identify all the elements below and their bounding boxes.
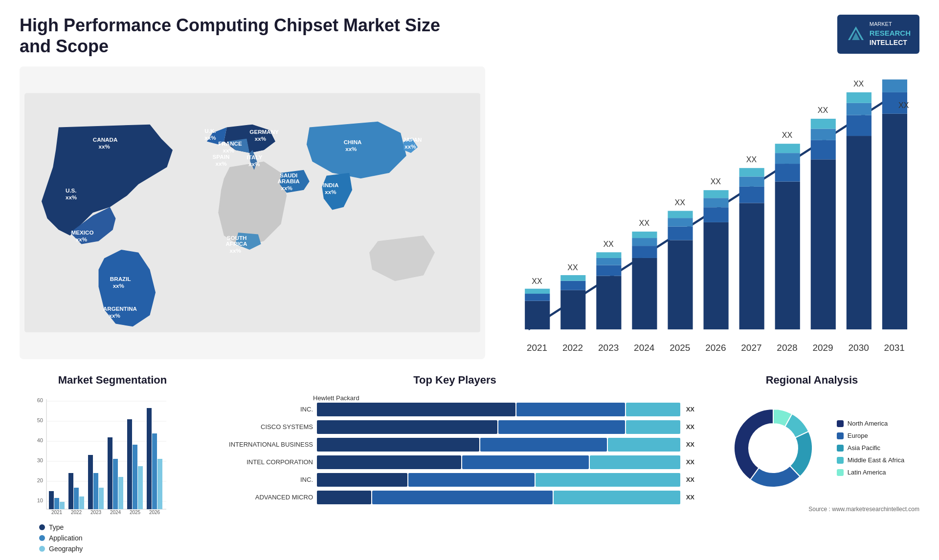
argentina-value: xx% (109, 312, 120, 319)
legend-app-label: Application (49, 534, 83, 542)
player-bar-seg-4-2 (536, 473, 680, 487)
seg-2025-geo (138, 466, 143, 509)
seg-2026-app (152, 433, 157, 509)
player-name-2: INTERNATIONAL BUSINESS (215, 441, 313, 448)
regional-legend: North AmericaEuropeAsia PacificMiddle Ea… (837, 420, 904, 476)
bar-2023-seg1 (597, 276, 622, 330)
germany-value: xx% (255, 136, 267, 142)
seg-2026-type (147, 408, 152, 509)
year-2025: 2025 (670, 343, 691, 353)
year-2026: 2026 (706, 343, 726, 353)
bar-2029-seg1 (811, 160, 836, 330)
player-row-0: INC.XX (215, 403, 694, 416)
player-name-1: CISCO SYSTEMS (215, 423, 313, 431)
seg-2024-app (113, 459, 118, 509)
year-2022: 2022 (562, 343, 583, 353)
player-bar-seg-4-1 (408, 473, 535, 487)
bar-2029-seg2 (811, 140, 836, 159)
segment-title: Market Segmentation (20, 374, 205, 387)
bar-2026-seg1 (704, 222, 729, 329)
player-bar-seg-2-2 (608, 438, 680, 452)
bar-2028-seg3 (775, 153, 800, 164)
year-2027: 2027 (741, 343, 762, 353)
bar-2030-seg1 (847, 136, 872, 329)
regional-legend-label-4: Latin America (848, 469, 886, 476)
seg-2023-geo (99, 488, 104, 509)
seg-2022-geo (79, 496, 84, 509)
uk-value: xx% (204, 134, 216, 141)
bar-2029-seg4 (811, 119, 836, 129)
player-name-3: INTEL CORPORATION (215, 458, 313, 466)
bar-2031-seg3 (882, 80, 907, 92)
regional-legend-label-2: Asia Pacific (848, 444, 880, 452)
bar-2023-seg4 (597, 253, 622, 258)
bar-2027-seg3 (739, 177, 764, 187)
france-label: FRANCE (218, 140, 242, 147)
bar-2028-seg4 (775, 144, 800, 153)
spain-label: SPAIN (213, 153, 230, 160)
regional-legend-item-1: Europe (837, 432, 904, 439)
player-xx-0: XX (686, 406, 694, 413)
seg-x-2021: 2021 (51, 510, 63, 515)
hewlett-label: Hewlett Packard (313, 394, 694, 402)
japan-label: JAPAN (403, 136, 422, 143)
xx-2021: XX (532, 277, 543, 285)
uk-label: U.K. (204, 128, 216, 134)
year-2031: 2031 (884, 343, 905, 353)
bar-2028-seg2 (775, 164, 800, 182)
player-bar-seg-1-1 (498, 420, 625, 434)
xx-2023: XX (604, 239, 614, 248)
legend-type-dot (39, 524, 45, 530)
seg-2021-type (49, 491, 54, 509)
brazil-label: BRAZIL (110, 276, 131, 282)
player-row-1: CISCO SYSTEMSXX (215, 420, 694, 434)
italy-value: xx% (248, 161, 260, 167)
player-xx-3: XX (686, 458, 694, 466)
china-label: CHINA (344, 139, 362, 146)
bar-2024-seg3 (632, 238, 657, 246)
year-2029: 2029 (813, 343, 833, 353)
y-label-20: 20 (37, 477, 43, 483)
player-bar-seg-0-0 (317, 403, 515, 416)
seg-x-2022: 2022 (71, 510, 82, 515)
bar-2025-seg1 (668, 240, 693, 330)
player-row-5: ADVANCED MICROXX (215, 491, 694, 504)
y-label-60: 60 (37, 397, 43, 403)
regional-legend-dot-3 (837, 457, 844, 464)
player-bar-seg-0-2 (626, 403, 680, 416)
map-area: CANADA xx% U.S. xx% MEXICO xx% BRAZIL xx… (20, 66, 485, 359)
y-label-40: 40 (37, 437, 43, 443)
source-text: Source : www.marketresearchintellect.com (704, 506, 919, 513)
legend-app-dot (39, 535, 45, 541)
logo-icon (846, 24, 866, 44)
player-name-4: INC. (215, 476, 313, 483)
bar-2027-seg4 (739, 168, 764, 177)
bar-2025-seg2 (668, 227, 693, 240)
bar-2021-seg3 (525, 289, 550, 294)
year-2030: 2030 (849, 343, 869, 353)
seg-x-2025: 2025 (130, 510, 141, 515)
bar-2030-seg4 (847, 92, 872, 103)
seg-2023-app (93, 473, 98, 509)
bar-2023-seg3 (597, 258, 622, 265)
xx-2028: XX (782, 131, 793, 140)
us-value: xx% (66, 194, 77, 201)
players-title: Top Key Players (215, 374, 694, 387)
legend-application: Application (39, 534, 205, 542)
south-africa-label2: AFRICA (225, 240, 247, 247)
regional-area: Regional Analysis North AmericaEuropeAsi… (704, 374, 919, 513)
legend-geo-dot (39, 546, 45, 552)
seg-2024-geo (118, 477, 123, 509)
bar-2027-seg2 (739, 187, 764, 203)
seg-2022-app (74, 488, 79, 509)
regional-title: Regional Analysis (704, 374, 919, 387)
seg-2025-type (127, 419, 132, 509)
xx-2029: XX (818, 106, 828, 115)
legend-geo-label: Geography (49, 545, 83, 553)
seg-2022-type (68, 473, 73, 509)
china-value: xx% (345, 146, 357, 152)
seg-2021-app (54, 498, 59, 509)
saudi-value: xx% (281, 185, 292, 191)
player-xx-2: XX (686, 441, 694, 448)
xx-2025: XX (675, 198, 686, 207)
